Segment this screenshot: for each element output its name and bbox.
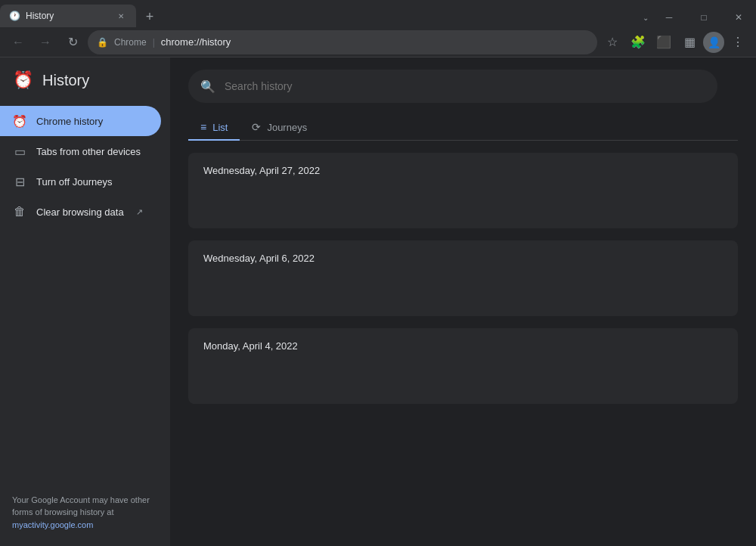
browser-tab-active[interactable]: 🕐 History ✕ xyxy=(0,5,136,27)
date-label-0: Wednesday, April 27, 2022 xyxy=(203,165,723,176)
tab-list-label: List xyxy=(212,122,228,133)
history-tabs: ≡ List ⟳ Journeys xyxy=(188,115,738,141)
sidebar-item-clear-browsing-data[interactable]: 🗑 Clear browsing data ↗ xyxy=(0,197,161,227)
sidebar-item-chrome-history[interactable]: ⏰ Chrome history xyxy=(0,106,161,136)
address-separator: | xyxy=(153,37,155,48)
tab-favicon-icon: 🕐 xyxy=(9,11,20,21)
clear-data-icon: 🗑 xyxy=(12,204,27,219)
bookmark-button[interactable]: ☆ xyxy=(600,30,624,54)
tabs-other-devices-icon: ▭ xyxy=(12,144,27,159)
new-tab-button[interactable]: + xyxy=(139,6,160,27)
extension-puzzle-button[interactable]: 🧩 xyxy=(626,30,650,54)
profile-button[interactable]: 👤 xyxy=(703,32,724,53)
sidebar-item-journeys-label: Turn off Journeys xyxy=(36,176,112,188)
cast-button[interactable]: ⬛ xyxy=(652,30,676,54)
history-content: 🔍 ≡ List ⟳ Journeys Wednesday, April 27,… xyxy=(170,57,756,546)
forward-button[interactable]: → xyxy=(33,30,57,54)
tab-list[interactable]: ≡ List xyxy=(188,115,240,141)
sidebar-item-tabs-label: Tabs from other devices xyxy=(36,146,141,157)
tab-journeys[interactable]: ⟳ Journeys xyxy=(240,115,319,141)
nav-actions: ☆ 🧩 ⬛ ▦ 👤 ⋮ xyxy=(600,30,750,54)
tab-close-button[interactable]: ✕ xyxy=(115,10,127,22)
menu-button[interactable]: ⋮ xyxy=(726,30,750,54)
window-controls: ⌄ ─ □ ✕ xyxy=(640,5,756,27)
date-label-1: Wednesday, April 6, 2022 xyxy=(203,253,723,264)
tab-title: History xyxy=(26,11,109,21)
list-tab-icon: ≡ xyxy=(200,121,206,133)
search-icon: 🔍 xyxy=(200,79,215,94)
tab-journeys-label: Journeys xyxy=(267,122,307,133)
sidebar-item-turn-off-journeys[interactable]: ⊟ Turn off Journeys xyxy=(0,166,161,197)
date-section-2: Monday, April 4, 2022 xyxy=(188,328,738,404)
journeys-tab-icon: ⟳ xyxy=(252,121,261,133)
chrome-history-icon: ⏰ xyxy=(12,113,27,129)
sidebar: ⏰ History ⏰ Chrome history ▭ Tabs from o… xyxy=(0,57,170,546)
date-section-1: Wednesday, April 6, 2022 xyxy=(188,240,738,316)
address-source-label: Chrome xyxy=(114,37,147,48)
maximize-button[interactable]: □ xyxy=(686,8,721,27)
date-section-0: Wednesday, April 27, 2022 xyxy=(188,153,738,228)
back-button[interactable]: ← xyxy=(6,30,30,54)
myactivity-link[interactable]: myactivity.google.com xyxy=(12,520,93,529)
sidebar-toggle-button[interactable]: ▦ xyxy=(677,30,702,54)
tab-dropdown-icon[interactable]: ⌄ xyxy=(640,8,652,27)
external-link-icon: ↗ xyxy=(136,207,143,217)
minimize-button[interactable]: ─ xyxy=(652,8,686,27)
sidebar-footer: Your Google Account may have other forms… xyxy=(12,494,158,532)
history-header-icon: ⏰ xyxy=(12,70,33,91)
search-input[interactable] xyxy=(225,80,705,92)
sidebar-item-tabs-other-devices[interactable]: ▭ Tabs from other devices xyxy=(0,136,161,166)
turn-off-journeys-icon: ⊟ xyxy=(12,174,27,189)
tab-bar: 🕐 History ✕ + ⌄ ─ □ ✕ xyxy=(0,0,756,27)
address-bar[interactable]: 🔒 Chrome | chrome://history xyxy=(88,30,597,54)
close-button[interactable]: ✕ xyxy=(721,8,756,27)
sidebar-header-title: History xyxy=(42,72,89,89)
browser-frame: 🕐 History ✕ + ⌄ ─ □ ✕ ← → ↻ 🔒 Chrome | c… xyxy=(0,0,756,546)
date-label-2: Monday, April 4, 2022 xyxy=(203,340,723,352)
main-content: ⏰ History ⏰ Chrome history ▭ Tabs from o… xyxy=(0,57,756,546)
search-bar: 🔍 xyxy=(188,70,717,103)
sidebar-item-clear-label: Clear browsing data xyxy=(36,206,124,218)
reload-button[interactable]: ↻ xyxy=(60,30,85,54)
address-url: chrome://history xyxy=(161,36,231,48)
address-bar-lock-icon: 🔒 xyxy=(97,37,108,48)
sidebar-footer-text: Your Google Account may have other forms… xyxy=(12,495,150,517)
sidebar-header: ⏰ History xyxy=(0,70,170,106)
sidebar-item-chrome-history-label: Chrome history xyxy=(36,116,103,127)
nav-bar: ← → ↻ 🔒 Chrome | chrome://history ☆ 🧩 ⬛ … xyxy=(0,27,756,57)
